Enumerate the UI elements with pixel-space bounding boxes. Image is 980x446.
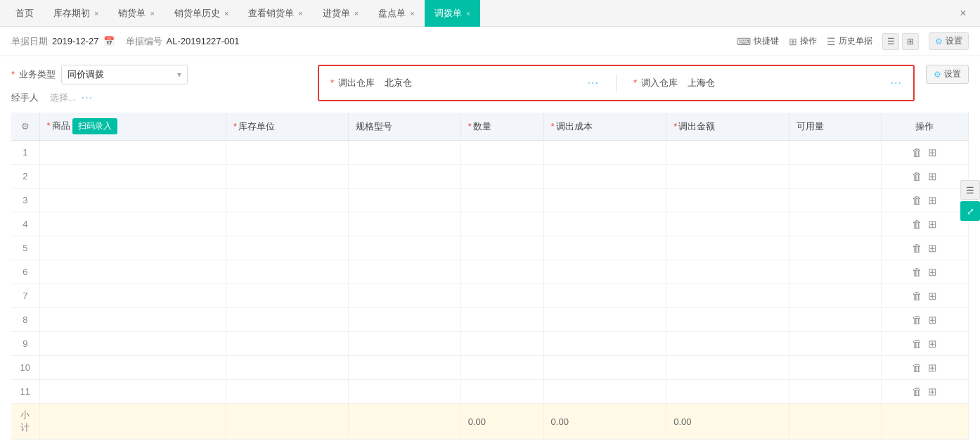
row-amount-11[interactable]	[666, 380, 789, 404]
row-spec-3[interactable]	[349, 189, 460, 212]
business-type-select[interactable]: 同价调拨 ▾	[61, 65, 188, 84]
row-spec-5[interactable]	[349, 236, 460, 260]
row-available-5[interactable]	[789, 236, 881, 260]
row-available-9[interactable]	[789, 332, 881, 356]
row-amount-4[interactable]	[666, 212, 789, 236]
delete-icon-9[interactable]: 🗑	[912, 338, 922, 350]
tab-close-sales-order[interactable]: ×	[150, 9, 154, 18]
delete-icon-6[interactable]: 🗑	[912, 266, 922, 278]
delete-icon-11[interactable]: 🗑	[912, 386, 922, 397]
row-amount-1[interactable]	[666, 141, 789, 165]
settings-button[interactable]: ⚙ 设置	[929, 32, 969, 50]
tab-close-view-sales[interactable]: ×	[298, 9, 302, 18]
warehouse-out-more-btn[interactable]: ···	[588, 77, 599, 89]
tab-view-sales[interactable]: 查看销货单 ×	[238, 0, 312, 27]
row-cost-6[interactable]	[543, 260, 666, 284]
row-cost-9[interactable]	[543, 332, 666, 356]
row-cost-1[interactable]	[543, 141, 666, 165]
row-qty-9[interactable]	[460, 332, 543, 356]
tab-bar-close-button[interactable]: ×	[952, 2, 974, 25]
row-amount-5[interactable]	[666, 236, 789, 260]
delete-icon-4[interactable]: 🗑	[912, 218, 922, 230]
row-unit-6[interactable]	[226, 260, 349, 284]
row-unit-9[interactable]	[226, 332, 349, 356]
row-available-10[interactable]	[789, 356, 881, 380]
row-cost-3[interactable]	[543, 189, 666, 212]
tab-sales-history[interactable]: 销货单历史 ×	[165, 0, 238, 27]
tab-close-purchase-order[interactable]: ×	[354, 9, 359, 18]
history-btn[interactable]: ☰ 历史单据	[827, 35, 872, 47]
delete-icon-2[interactable]: 🗑	[912, 170, 922, 182]
tab-close-transfer-order[interactable]: ×	[466, 9, 470, 18]
row-unit-7[interactable]	[226, 284, 349, 308]
copy-icon-4[interactable]: ⊞	[928, 218, 937, 231]
tab-close-sales-history[interactable]: ×	[224, 9, 228, 18]
copy-icon-11[interactable]: ⊞	[928, 386, 937, 398]
tab-inventory-check[interactable]: 盘点单 ×	[368, 0, 424, 27]
row-cost-7[interactable]	[543, 284, 666, 308]
row-amount-6[interactable]	[666, 260, 789, 284]
calendar-icon[interactable]: 📅	[103, 36, 115, 46]
row-available-2[interactable]	[789, 165, 881, 189]
copy-icon-6[interactable]: ⊞	[928, 266, 937, 279]
row-cost-8[interactable]	[543, 308, 666, 332]
tab-transfer-order[interactable]: 调拨单 ×	[425, 0, 480, 27]
side-doc-icon[interactable]: ☰	[960, 180, 980, 200]
row-amount-10[interactable]	[666, 356, 789, 380]
row-spec-1[interactable]	[349, 141, 460, 165]
view-grid-icon[interactable]: ⊞	[902, 33, 919, 50]
row-spec-9[interactable]	[349, 332, 460, 356]
row-qty-1[interactable]	[460, 141, 543, 165]
row-unit-11[interactable]	[226, 380, 349, 404]
row-cost-10[interactable]	[543, 356, 666, 380]
row-amount-2[interactable]	[666, 165, 789, 189]
tab-close-inventory-check[interactable]: ×	[410, 9, 414, 18]
copy-icon-1[interactable]: ⊞	[928, 146, 937, 159]
copy-icon-7[interactable]: ⊞	[928, 290, 937, 302]
copy-icon-9[interactable]: ⊞	[928, 338, 937, 350]
warehouse-in-more-btn[interactable]: ···	[891, 77, 902, 89]
row-unit-8[interactable]	[226, 308, 349, 332]
shortcut-btn[interactable]: ⌨ 快捷键	[737, 35, 779, 47]
delete-icon-5[interactable]: 🗑	[912, 242, 922, 254]
row-available-1[interactable]	[789, 141, 881, 165]
row-product-7[interactable]	[39, 284, 226, 308]
side-expand-icon[interactable]: ⤢	[960, 201, 980, 221]
row-available-6[interactable]	[789, 260, 881, 284]
copy-icon-5[interactable]: ⊞	[928, 242, 937, 255]
row-spec-7[interactable]	[349, 284, 460, 308]
form-settings-btn[interactable]: ⚙ 设置	[926, 65, 969, 84]
row-product-4[interactable]	[39, 212, 226, 236]
delete-icon-1[interactable]: 🗑	[912, 146, 922, 158]
row-unit-10[interactable]	[226, 356, 349, 380]
row-qty-10[interactable]	[460, 356, 543, 380]
row-spec-6[interactable]	[349, 260, 460, 284]
row-spec-4[interactable]	[349, 212, 460, 236]
row-spec-8[interactable]	[349, 308, 460, 332]
row-available-3[interactable]	[789, 189, 881, 212]
tab-purchase-order[interactable]: 进货单 ×	[313, 0, 368, 27]
row-product-9[interactable]	[39, 332, 226, 356]
row-product-8[interactable]	[39, 308, 226, 332]
delete-icon-7[interactable]: 🗑	[912, 290, 922, 302]
tab-home[interactable]: 首页	[6, 0, 44, 27]
row-amount-8[interactable]	[666, 308, 789, 332]
row-cost-5[interactable]	[543, 236, 666, 260]
row-qty-2[interactable]	[460, 165, 543, 189]
row-product-10[interactable]	[39, 356, 226, 380]
row-product-2[interactable]	[39, 165, 226, 189]
row-qty-7[interactable]	[460, 284, 543, 308]
row-amount-7[interactable]	[666, 284, 789, 308]
operation-btn[interactable]: ⊞ 操作	[789, 35, 817, 47]
row-available-11[interactable]	[789, 380, 881, 404]
scan-entry-button[interactable]: 扫码录入	[72, 118, 117, 134]
row-qty-6[interactable]	[460, 260, 543, 284]
row-available-4[interactable]	[789, 212, 881, 236]
row-qty-5[interactable]	[460, 236, 543, 260]
tab-close-inventory-init[interactable]: ×	[94, 9, 98, 18]
copy-icon-2[interactable]: ⊞	[928, 170, 937, 183]
operator-more-btn[interactable]: ···	[82, 91, 93, 104]
delete-icon-8[interactable]: 🗑	[912, 314, 922, 326]
row-qty-8[interactable]	[460, 308, 543, 332]
copy-icon-10[interactable]: ⊞	[928, 362, 937, 374]
